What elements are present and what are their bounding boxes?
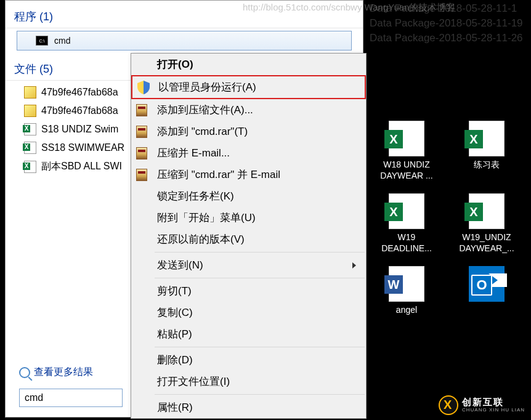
menu-separator	[155, 278, 365, 278]
excel-document-icon	[469, 193, 505, 229]
menu-item-label: 打开(O)	[157, 57, 193, 71]
rar-icon	[136, 169, 147, 181]
menu-item-label: 打开文件位置(I)	[157, 374, 230, 389]
menu-item-label: 附到「开始」菜单(U)	[157, 211, 256, 225]
watermark-text: http://blog.51cto.com/scnbwy WangYuan的技术…	[243, 2, 455, 14]
rar-icon	[136, 147, 147, 160]
desktop-icon-label: angel	[396, 304, 417, 315]
menu-item-label: 压缩并 E-mail...	[157, 146, 230, 160]
menu-send-to[interactable]: 发送到(N)	[131, 254, 366, 276]
compressed-file-icon	[24, 105, 36, 117]
menu-compress-cmdrar-email[interactable]: 压缩到 "cmd.rar" 并 E-mail	[131, 164, 366, 185]
menu-item-label: 压缩到 "cmd.rar" 并 E-mail	[157, 168, 280, 182]
program-result-cmd[interactable]: cmd	[17, 31, 352, 50]
file-item-label: 副本SBD ALL SWI	[41, 160, 122, 173]
brand-name-cn: 创新互联	[462, 397, 525, 408]
rar-icon	[136, 126, 147, 138]
menu-restore-versions[interactable]: 还原以前的版本(V)	[131, 228, 366, 250]
desktop-icon-label: W18 UNDIZ DAYWEAR ...	[373, 159, 440, 181]
context-menu: 打开(O) 以管理员身份运行(A) 添加到压缩文件(A)... 添加到 "cmd…	[131, 53, 367, 419]
brand-name-en: CHUANG XIN HU LIAN	[462, 408, 525, 413]
excel-document-icon	[389, 121, 424, 156]
menu-cut[interactable]: 剪切(T)	[131, 280, 366, 302]
desktop-icon-excel[interactable]: W19 DEADLINE...	[370, 193, 444, 254]
desktop-icon-excel[interactable]: W19_UNDIZ DAYWEAR_...	[450, 193, 524, 254]
menu-pin-start[interactable]: 附到「开始」菜单(U)	[131, 207, 366, 228]
outlook-icon	[469, 266, 505, 302]
search-icon	[19, 367, 30, 378]
menu-item-label: 复制(C)	[157, 305, 193, 320]
menu-delete[interactable]: 删除(D)	[131, 349, 366, 371]
menu-copy[interactable]: 复制(C)	[131, 302, 366, 323]
menu-item-label: 发送到(N)	[157, 258, 203, 272]
menu-run-as-admin[interactable]: 以管理员身份运行(A)	[131, 75, 366, 99]
menu-item-label: 还原以前的版本(V)	[157, 232, 245, 246]
desktop-icon-excel[interactable]: W18 UNDIZ DAYWEAR ...	[370, 121, 444, 181]
menu-open[interactable]: 打开(O)	[131, 54, 366, 75]
menu-compress-email[interactable]: 压缩并 E-mail...	[131, 142, 366, 164]
file-item-label: SS18 SWIMWEAR	[41, 142, 124, 153]
menu-item-label: 添加到 "cmd.rar"(T)	[157, 124, 248, 139]
desktop-icon-label: W19_UNDIZ DAYWEAR_...	[453, 232, 521, 254]
desktop-icon-outlook[interactable]	[450, 266, 524, 315]
file-item-label: S18 UNDIZ Swim	[41, 124, 118, 135]
desktop-icon-word[interactable]: angel	[370, 266, 444, 315]
excel-file-icon	[24, 161, 36, 173]
menu-item-label: 剪切(T)	[157, 284, 192, 298]
excel-file-icon	[24, 142, 36, 154]
compressed-file-icon	[24, 86, 36, 99]
brand-logo-icon	[439, 395, 458, 415]
excel-file-icon	[24, 123, 36, 135]
excel-document-icon	[469, 121, 505, 156]
word-document-icon	[389, 266, 424, 302]
desktop-icon-excel[interactable]: 练习表	[450, 121, 524, 181]
file-item-label: 47b9fe467fab68a	[41, 87, 118, 98]
more-results-label: 查看更多结果	[34, 366, 93, 379]
menu-item-label: 属性(R)	[157, 400, 193, 414]
menu-open-file-location[interactable]: 打开文件位置(I)	[131, 371, 366, 392]
file-item-label: 47b9fe467fab68a	[41, 105, 118, 116]
menu-separator	[155, 347, 365, 347]
menu-separator	[155, 252, 365, 252]
menu-add-to-cmdrar[interactable]: 添加到 "cmd.rar"(T)	[131, 121, 366, 142]
cmd-icon	[36, 36, 48, 46]
menu-separator	[155, 394, 365, 395]
menu-pin-taskbar[interactable]: 锁定到任务栏(K)	[131, 185, 366, 207]
menu-item-label: 添加到压缩文件(A)...	[157, 103, 253, 117]
excel-document-icon	[389, 193, 424, 229]
menu-add-to-archive[interactable]: 添加到压缩文件(A)...	[131, 99, 366, 121]
menu-item-label: 删除(D)	[157, 353, 193, 367]
rar-icon	[136, 104, 147, 116]
menu-properties[interactable]: 属性(R)	[131, 397, 366, 418]
more-results-link[interactable]: 查看更多结果	[19, 366, 93, 379]
desktop-icon-label: 练习表	[474, 159, 500, 170]
desktop-area: Data Package-2018-05-28-11-1 Data Packag…	[370, 0, 531, 420]
branding-watermark: 创新互联 CHUANG XIN HU LIAN	[439, 395, 525, 415]
menu-item-label: 以管理员身份运行(A)	[158, 80, 256, 94]
submenu-arrow-icon	[352, 262, 356, 269]
menu-item-label: 锁定到任务栏(K)	[157, 189, 234, 203]
shield-icon	[137, 81, 150, 94]
program-result-label: cmd	[54, 36, 70, 46]
menu-paste[interactable]: 粘贴(P)	[131, 323, 366, 345]
desktop-icon-label: W19 DEADLINE...	[373, 232, 440, 254]
menu-item-label: 粘贴(P)	[157, 327, 192, 341]
search-input[interactable]	[19, 389, 123, 407]
